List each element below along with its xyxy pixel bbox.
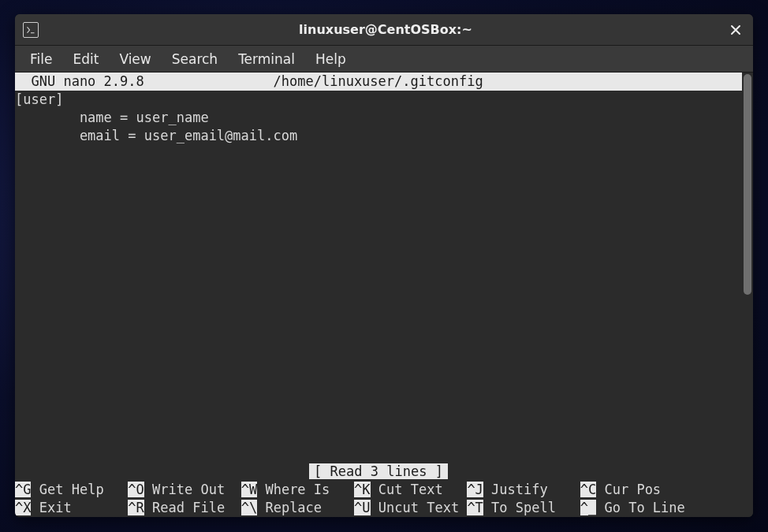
terminal-window: linuxuser@CentOSBox:~ File Edit View Sea… [15,14,753,517]
window-title: linuxuser@CentOSBox:~ [45,22,726,37]
content-line: email = user_email@mail.com [15,127,742,145]
nano-header: GNU nano 2.9.8 /home/linuxuser/.gitconfi… [15,73,742,91]
menu-search[interactable]: Search [162,48,228,70]
terminal-icon [23,22,39,38]
nano-header-spacer [144,73,274,89]
shortcut-key: ^C [580,482,596,497]
shortcut-key: ^T [467,500,483,515]
terminal-area[interactable]: GNU nano 2.9.8 /home/linuxuser/.gitconfi… [15,73,753,517]
menu-help[interactable]: Help [305,48,356,70]
shortcut-label: Go To Line [604,500,684,515]
shortcut-label: Justify [491,482,548,497]
shortcut-key: ^X [15,500,31,515]
shortcut-label: Cur Pos [604,482,661,497]
shortcut-label: Write Out [152,482,225,497]
titlebar[interactable]: linuxuser@CentOSBox:~ [15,14,753,46]
shortcut-label: Replace [265,500,322,515]
shortcut-row: ^X Exit ^R Read File ^\ Replace ^U Uncut… [15,499,742,517]
scrollbar[interactable] [744,74,751,515]
menubar: File Edit View Search Terminal Help [15,46,753,73]
shortcut-label: Cut Text [378,482,443,497]
menu-view[interactable]: View [109,48,161,70]
shortcut-key: ^J [467,482,483,497]
shortcut-label: Exit [39,500,72,515]
close-button[interactable] [726,20,745,39]
shortcut-key: ^K [354,482,370,497]
shortcut-row: ^G Get Help ^O Write Out ^W Where Is ^K … [15,481,742,499]
nano-shortcuts: ^G Get Help ^O Write Out ^W Where Is ^K … [15,481,742,517]
shortcut-key: ^\ [241,500,257,515]
menu-edit[interactable]: Edit [62,48,109,70]
nano-status-text: [ Read 3 lines ] [309,463,448,479]
editor-content[interactable]: [user] name = user_name email = user_ema… [15,91,742,463]
nano-status-line: [ Read 3 lines ] [15,463,742,481]
shortcut-key: ^O [128,482,144,497]
shortcut-key: ^G [15,482,31,497]
nano-version: GNU nano 2.9.8 [15,73,144,89]
scrollbar-thumb[interactable] [744,74,751,295]
shortcut-label: Get Help [39,482,104,497]
shortcut-key: ^_ [580,500,596,515]
shortcut-key: ^R [128,500,144,515]
shortcut-key: ^W [241,482,257,497]
shortcut-label: Uncut Text [378,500,459,515]
shortcut-key: ^U [354,500,370,515]
content-line: name = user_name [15,109,742,127]
shortcut-label: Read File [152,500,225,515]
menu-file[interactable]: File [20,48,62,70]
shortcut-label: To Spell [491,500,556,515]
menu-terminal[interactable]: Terminal [228,48,305,70]
nano-filename: /home/linuxuser/.gitconfig [274,73,483,89]
content-line: [user] [15,91,742,109]
shortcut-label: Where Is [265,482,330,497]
